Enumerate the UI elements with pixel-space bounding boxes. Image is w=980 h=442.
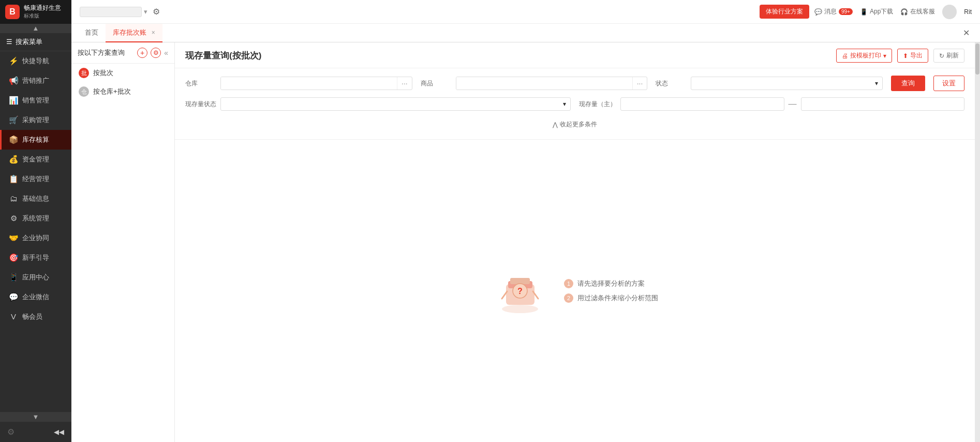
search-icon: ☰ <box>6 38 12 46</box>
sidebar-item-marketing[interactable]: 📢 营销推广 <box>0 71 71 91</box>
plus-icon: + <box>140 49 144 56</box>
main-content: 现存量查询(按批次) 🖨 按模板打印 ▾ ⬆ 导出 ↻ 刷新 <box>175 42 975 442</box>
page-title: 现存量查询(按批次) <box>185 50 261 62</box>
collapse-conditions-button[interactable]: ⋀ 收起更多条件 <box>185 117 964 132</box>
tab-close-icon[interactable]: × <box>152 29 155 36</box>
query-button[interactable]: 查询 <box>891 76 925 91</box>
messages-group[interactable]: 💬 消息 99+ <box>814 7 853 16</box>
status-label: 状态 <box>656 79 687 88</box>
filter-item-warehouse-batch[interactable]: 仓 按仓库+批次 <box>71 82 174 101</box>
scrollbar-thumb <box>975 43 979 75</box>
sidebar-item-quick-nav[interactable]: ⚡ 快捷导航 <box>0 51 71 71</box>
filter-panel-header: 按以下方案查询 + ⚙ « <box>71 42 174 64</box>
purchase-icon: 🛒 <box>9 115 18 125</box>
sidebar-scroll-down[interactable]: ▼ <box>0 412 71 421</box>
settings-button[interactable]: 设置 <box>933 76 964 91</box>
topbar-gear-icon[interactable]: ⚙ <box>153 7 160 17</box>
empty-tip-1: 1 请先选择要分析的方案 <box>564 279 658 288</box>
stock-qty-label: 现存量（主） <box>579 100 616 109</box>
page-close-button[interactable]: ✕ <box>959 28 974 38</box>
sidebar-item-label: 系统管理 <box>22 214 49 223</box>
goods-field: 商品 ··· <box>421 77 648 90</box>
sidebar-item-operations[interactable]: 📋 经营管理 <box>0 169 71 189</box>
enterprise-icon: 🤝 <box>9 233 18 243</box>
breadcrumb-input[interactable] <box>80 7 142 17</box>
collapse-chevron-icon: ⋀ <box>553 121 558 128</box>
filter-item-batch[interactable]: 批 按批次 <box>71 64 174 82</box>
sales-icon: 📊 <box>9 96 18 105</box>
stock-status-field: 现存量状态 ▾ <box>185 97 571 111</box>
collapse-conditions-label: 收起更多条件 <box>560 120 597 129</box>
sidebar: B 畅康通好生意 标准版 ▲ ☰ 搜索菜单 ⚡ 快捷导航 📢 营销推广 📊 销售… <box>0 0 71 442</box>
sidebar-item-inventory[interactable]: 📦 库存核算 <box>0 130 71 150</box>
marketing-icon: 📢 <box>9 76 18 85</box>
tip-num-1: 1 <box>564 279 573 288</box>
warehouse-input[interactable] <box>221 77 397 90</box>
goods-input[interactable] <box>456 77 632 90</box>
page-header: 现存量查询(按批次) 🖨 按模板打印 ▾ ⬆ 导出 ↻ 刷新 <box>175 42 975 68</box>
goods-dots[interactable]: ··· <box>632 77 647 90</box>
sidebar-item-system[interactable]: ⚙ 系统管理 <box>0 209 71 228</box>
filter-form: 仓库 ··· 商品 ··· 状态 <box>175 68 975 140</box>
online-service-group[interactable]: 🎧 在线客服 <box>900 7 935 16</box>
tab-home[interactable]: 首页 <box>78 24 106 42</box>
print-button[interactable]: 🖨 按模板打印 ▾ <box>836 49 892 63</box>
app-download-group[interactable]: 📱 App下载 <box>860 7 893 16</box>
sidebar-item-label: 新手引导 <box>22 253 49 262</box>
export-button[interactable]: ⬆ 导出 <box>897 49 928 63</box>
status-select[interactable]: ▾ <box>691 77 883 90</box>
sidebar-item-sales[interactable]: 📊 销售管理 <box>0 91 71 110</box>
topbar-right: 💬 消息 99+ 📱 App下载 🎧 在线客服 Rit <box>814 5 972 19</box>
empty-tips: 1 请先选择要分析的方案 2 用过滤条件来缩小分析范围 <box>564 279 658 303</box>
sidebar-item-enterprise[interactable]: 🤝 企业协同 <box>0 228 71 248</box>
quick-nav-icon: ⚡ <box>9 56 18 66</box>
stock-qty-dash: — <box>789 99 797 109</box>
warehouse-dots[interactable]: ··· <box>397 77 412 90</box>
trial-btn[interactable]: 体验行业方案 <box>760 5 809 19</box>
filter-add-button[interactable]: + <box>137 48 147 58</box>
message-icon: 💬 <box>814 8 822 16</box>
sidebar-item-app-center[interactable]: 📱 应用中心 <box>0 268 71 287</box>
sidebar-item-newbie[interactable]: 🎯 新手引导 <box>0 248 71 268</box>
headset-icon: 🎧 <box>900 8 908 16</box>
filter-row-1: 仓库 ··· 商品 ··· 状态 <box>185 76 964 91</box>
sidebar-item-purchase[interactable]: 🛒 采购管理 <box>0 110 71 130</box>
filter-collapse-button[interactable]: « <box>164 49 168 57</box>
sidebar-search[interactable]: ☰ 搜索菜单 <box>0 33 71 51</box>
tab-inventory-batch[interactable]: 库存批次账 × <box>106 24 162 42</box>
sidebar-item-basic[interactable]: 🗂 基础信息 <box>0 189 71 209</box>
sidebar-item-wechat[interactable]: 💬 企业微信 <box>0 287 71 307</box>
stock-qty-to-input[interactable] <box>801 97 965 111</box>
user-name: Rit <box>964 8 972 16</box>
vip-icon: V <box>9 312 18 321</box>
sidebar-nav: ⚡ 快捷导航 📢 营销推广 📊 销售管理 🛒 采购管理 📦 库存核算 💰 资金管… <box>0 51 71 412</box>
app-download-label: App下载 <box>870 7 893 16</box>
tab-inventory-batch-label: 库存批次账 <box>113 28 146 36</box>
online-service-label: 在线客服 <box>910 7 935 16</box>
app-logo: B <box>5 5 20 19</box>
main-area: ▾ ⚙ 体验行业方案 💬 消息 99+ 📱 App下载 🎧 在线客服 Rit <box>71 0 980 442</box>
empty-svg: ? <box>492 262 548 319</box>
stock-status-select[interactable]: ▾ <box>220 97 571 111</box>
sidebar-scroll-up[interactable]: ▲ <box>0 24 71 33</box>
export-icon: ⬆ <box>903 52 908 60</box>
sidebar-item-finance[interactable]: 💰 资金管理 <box>0 150 71 169</box>
filter-batch-label: 按批次 <box>93 68 113 78</box>
sidebar-item-label: 应用中心 <box>22 273 49 282</box>
sidebar-collapse-icon[interactable]: ◀◀ <box>54 428 64 436</box>
filter-setting-button[interactable]: ⚙ <box>151 48 161 58</box>
refresh-button[interactable]: ↻ 刷新 <box>933 49 964 63</box>
warehouse-label: 仓库 <box>185 79 216 88</box>
filter-warehouse-batch-icon: 仓 <box>79 86 89 97</box>
breadcrumb: ▾ <box>80 7 147 17</box>
sidebar-item-vip[interactable]: V 畅会员 <box>0 307 71 327</box>
user-avatar[interactable] <box>942 5 957 19</box>
filter-panel-title: 按以下方案查询 <box>78 48 125 57</box>
sidebar-item-label: 企业协同 <box>22 233 49 243</box>
sidebar-settings-icon[interactable]: ⚙ <box>7 427 14 437</box>
app-title-group: 畅康通好生意 标准版 <box>24 4 61 20</box>
stock-qty-from-input[interactable] <box>620 97 784 111</box>
phone-icon: 📱 <box>860 8 868 16</box>
system-icon: ⚙ <box>9 214 18 223</box>
right-scrollbar[interactable] <box>975 42 980 442</box>
